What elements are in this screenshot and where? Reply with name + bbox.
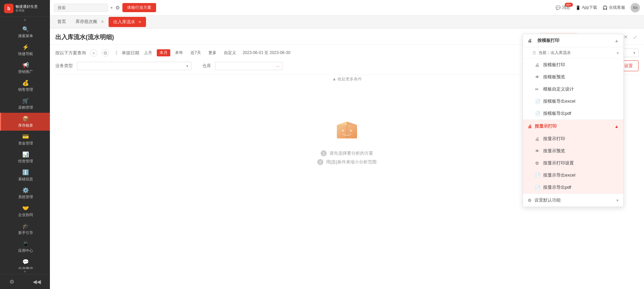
filter-scheme-label: 按以下方案查询: [55, 50, 86, 56]
display-export-excel-item[interactable]: 📄 按显示导出excel: [523, 169, 623, 181]
chevron-up-2: ▲: [614, 124, 619, 129]
date-filter-label: 单据日期: [122, 50, 139, 56]
date-filter: 单据日期 上月 本月 本年 近7天 更多 自定义: [122, 49, 239, 56]
sidebar-item-sales[interactable]: 💰 销售管理: [0, 77, 50, 95]
svg-marker-1: [337, 122, 347, 125]
date-more-btn[interactable]: 更多: [206, 49, 219, 56]
sidebar-item-purchase[interactable]: 🛒 采购管理: [0, 95, 50, 113]
phone-icon: 📱: [576, 5, 581, 10]
sidebar-label-search: 搜索菜单: [18, 33, 33, 38]
display-print-item[interactable]: 🖨 按显示打印: [523, 133, 623, 145]
sidebar-logo: b 畅捷通好生意 标准版: [0, 0, 50, 17]
system-icon: ⚙️: [22, 187, 29, 193]
sidebar-item-enterprise[interactable]: 🤝 企业协同: [0, 202, 50, 220]
close-flow-tab[interactable]: ✕: [138, 20, 141, 24]
app-download-button[interactable]: 📱 App下载: [576, 5, 597, 10]
date-this-month-btn[interactable]: 本月: [157, 49, 170, 56]
display-preview-item[interactable]: 👁 按显示预览: [523, 145, 623, 157]
template-export-excel-item[interactable]: 📄 按模板导出excel: [523, 95, 623, 107]
close-batch-tab[interactable]: ✕: [101, 20, 104, 24]
sidebar-item-inventory[interactable]: 📦 库存核算: [0, 113, 50, 131]
chevron-down-icon[interactable]: ▾: [111, 5, 113, 10]
sidebar-scroll-up[interactable]: ▲: [0, 17, 50, 22]
filter-setting-button[interactable]: ⚙: [101, 49, 109, 57]
sidebar-item-search[interactable]: 🔍 搜索菜单: [0, 23, 50, 41]
svg-point-5: [350, 130, 352, 132]
filter-add-button[interactable]: +: [90, 49, 97, 57]
headset-icon: 🎧: [603, 5, 608, 10]
date-custom-btn[interactable]: 自定义: [221, 49, 239, 56]
default-setting-item[interactable]: ⚙ 设置默认功能 ▾: [523, 194, 623, 207]
template-export-pdf-item[interactable]: 📄 按模板导出pdf: [523, 107, 623, 120]
sidebar-label-wechat: 企业微信: [18, 266, 33, 269]
printer-icon-1: 🖨: [528, 38, 532, 43]
template-icon: 🗒: [532, 51, 536, 55]
sales-icon: 💰: [22, 80, 29, 86]
trial-button[interactable]: 体验行业方案: [122, 3, 156, 12]
sidebar-collapse-btn[interactable]: ◀◀: [30, 277, 43, 286]
sidebar-item-operations[interactable]: 📊 经营管理: [0, 149, 50, 166]
sidebar-item-system[interactable]: ⚙️ 系统管理: [0, 184, 50, 202]
sidebar-item-finance[interactable]: 💳 资金管理: [0, 131, 50, 149]
date-this-year-btn[interactable]: 本年: [172, 49, 186, 56]
svg-marker-2: [347, 122, 357, 125]
sidebar-scroll-down[interactable]: ▼: [0, 269, 50, 274]
sidebar-label-operations: 经营管理: [18, 159, 33, 164]
sidebar-label-enterprise: 企业协同: [18, 212, 33, 217]
tab-home[interactable]: 首页: [53, 17, 71, 27]
search-input[interactable]: [54, 4, 108, 12]
display-print-header[interactable]: 🖨 按显示打印 ▲: [523, 120, 623, 133]
sidebar-item-marketing[interactable]: 📢 营销推广: [0, 59, 50, 77]
shortcut-icon: ⚡: [22, 44, 29, 50]
filter-collapse-button[interactable]: 《: [113, 50, 118, 56]
enterprise-icon: 🤝: [22, 205, 29, 211]
display-export-pdf-item[interactable]: 📄 按显示导出pdf: [523, 181, 623, 193]
user-avatar[interactable]: Rit: [631, 3, 640, 12]
sidebar-item-guide[interactable]: 🎓 新手引导: [0, 220, 50, 238]
template-preview-item[interactable]: 👁 按模板预览: [523, 71, 623, 83]
date-7days-btn[interactable]: 近7天: [188, 49, 204, 56]
display-print-section: 🖨 按显示打印 ▲ 🖨 按显示打印 👁 按显示预览 ⚙ 按显示打印设置 📄 按显…: [523, 120, 623, 194]
expand-icon[interactable]: ⤢: [632, 33, 639, 41]
tab-batch[interactable]: 库存批次账 ✕: [71, 17, 109, 27]
preview-icon-2: 👁: [535, 149, 540, 154]
message-icon: 💬: [556, 5, 561, 10]
guide-icon: 🎓: [22, 223, 29, 229]
tab-flow[interactable]: 出入库流水 ✕: [109, 17, 146, 27]
sidebar-label-system: 系统管理: [18, 194, 33, 200]
chevron-down-template: ▾: [617, 51, 619, 55]
sidebar-nav: 🔍 搜索菜单 ⚡ 快捷导航 📢 营销推广 💰 销售管理 🛒 采购管理 📦 库存核…: [0, 22, 50, 269]
template-current[interactable]: 🗒 当前：出入库流水 ▾: [523, 47, 623, 59]
marketing-icon: 📢: [22, 62, 29, 68]
settings-icon: ⚙: [535, 161, 540, 166]
sidebar-label-guide: 新手引导: [18, 230, 33, 235]
print-icon-2: 🖨: [535, 136, 540, 141]
business-type-select[interactable]: ▾: [77, 62, 192, 70]
warehouse-more[interactable]: ···: [276, 63, 280, 69]
sidebar-label-finance: 资金管理: [18, 141, 33, 146]
inventory-icon: 📦: [22, 115, 29, 122]
wechat-icon: 💬: [22, 259, 29, 265]
online-service-button[interactable]: 🎧 在线客服: [603, 5, 625, 10]
sidebar-item-basic[interactable]: ℹ️ 基础信息: [0, 166, 50, 184]
template-print-header[interactable]: 🖨 按模板打印 ▲: [523, 34, 623, 47]
template-print-item[interactable]: 🖨 按模板打印: [523, 59, 623, 71]
svg-point-4: [342, 130, 344, 132]
sidebar-settings-btn[interactable]: ⚙: [7, 277, 17, 286]
date-last-month-btn[interactable]: 上月: [141, 49, 155, 56]
gear-icon[interactable]: ⚙: [115, 5, 120, 11]
sidebar-item-apps[interactable]: 📱 应用中心: [0, 238, 50, 256]
sidebar-item-wechat[interactable]: 💬 企业微信: [0, 256, 50, 269]
design-icon: ✏: [535, 87, 540, 92]
display-settings-item[interactable]: ⚙ 按显示打印设置: [523, 157, 623, 169]
chevron-down-footer: ▾: [616, 198, 619, 203]
template-print-section: 🖨 按模板打印 ▲ 🗒 当前：出入库流水 ▾ 🖨 按模板打印 👁 按模板预览 ✏…: [523, 34, 623, 120]
messages-button[interactable]: 💬 消息 99+: [556, 5, 570, 10]
search-icon: 🔍: [22, 26, 29, 32]
sidebar-label-inventory: 库存核算: [18, 123, 33, 128]
sidebar-label-apps: 应用中心: [18, 248, 33, 253]
template-custom-item[interactable]: ✏ 模板自定义设计: [523, 83, 623, 95]
warehouse-select[interactable]: ···: [215, 62, 283, 70]
sidebar-item-shortcut[interactable]: ⚡ 快捷导航: [0, 41, 50, 59]
business-chevron: ▾: [186, 63, 188, 69]
